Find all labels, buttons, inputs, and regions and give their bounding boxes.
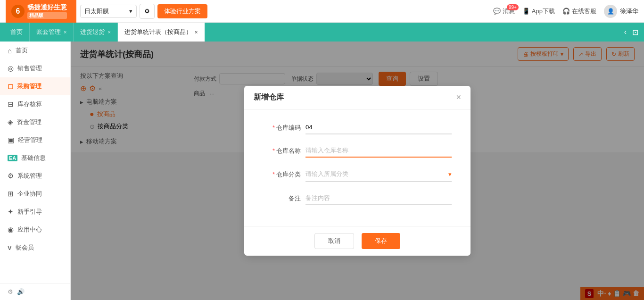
warehouse-code-label: 仓库编码 — [263, 124, 301, 132]
category-placeholder: 请输入所属分类 — [305, 170, 448, 178]
save-btn[interactable]: 保存 — [362, 233, 400, 249]
sidebar-item-enterprise[interactable]: ⊞ 企业协同 — [0, 185, 70, 203]
guide-icon: ✦ — [8, 208, 14, 216]
logo-area: 6 畅捷通好生意 精品版 — [6, 0, 76, 23]
sidebar-item-finance[interactable]: ◈ 资金管理 — [0, 113, 70, 131]
logo-text: 畅捷通好生意 精品版 — [27, 3, 67, 19]
category-dropdown-icon: ▾ — [448, 171, 452, 178]
sidebar-bottom: ⚙ 🔊 — [0, 283, 70, 300]
warehouse-code-row: 仓库编码 — [263, 121, 452, 134]
store-select[interactable]: 日太阳膜 ▾ — [80, 5, 137, 18]
chevron-down-icon: ▾ — [129, 8, 132, 15]
remark-row: 备注 — [263, 192, 452, 205]
remark-label: 备注 — [263, 194, 301, 203]
volume-icon[interactable]: 🔊 — [17, 288, 25, 295]
cancel-btn[interactable]: 取消 — [314, 233, 354, 249]
warehouse-code-input[interactable] — [305, 121, 452, 134]
sidebar-item-basic[interactable]: EA 基础信息 — [0, 149, 70, 167]
warehouse-name-input[interactable] — [305, 144, 452, 158]
tab-purchase-return[interactable]: 进货退货 × — [74, 23, 117, 42]
sidebar-item-sales[interactable]: ◎ 销售管理 — [0, 59, 70, 77]
sidebar-item-app-center[interactable]: ◉ 应用中心 — [0, 221, 70, 239]
sidebar-item-purchase[interactable]: ◻ 采购管理 — [0, 77, 70, 95]
tab-home[interactable]: 首页 — [4, 23, 30, 42]
sidebar: ⌂ 首页 ◎ 销售管理 ◻ 采购管理 ⊟ 库存核算 ◈ 资金管理 ▣ 经营管理 … — [0, 42, 71, 300]
sidebar-item-inventory[interactable]: ⊟ 库存核算 — [0, 95, 70, 113]
tab-controls: ‹ ⊡ — [622, 28, 640, 37]
sidebar-item-operations[interactable]: ▣ 经营管理 — [0, 131, 70, 149]
username: 徐泽华 — [620, 7, 638, 16]
modal-title: 新增仓库 — [254, 92, 284, 102]
sidebar-item-guide[interactable]: ✦ 新手引导 — [0, 203, 70, 221]
tab-purchase-stats[interactable]: 进货单统计表（按商品） × — [118, 23, 205, 42]
enterprise-icon: ⊞ — [8, 190, 14, 198]
tab-close-purchase-return[interactable]: × — [107, 29, 110, 35]
remark-input[interactable] — [305, 192, 452, 205]
home-icon: ⌂ — [8, 47, 12, 55]
user-area[interactable]: 👤 徐泽华 — [604, 5, 638, 18]
sidebar-item-home[interactable]: ⌂ 首页 — [0, 42, 70, 59]
warehouse-name-label: 仓库名称 — [263, 147, 301, 155]
tab-close-accounts[interactable]: × — [64, 29, 66, 35]
main-layout: ⌂ 首页 ◎ 销售管理 ◻ 采购管理 ⊟ 库存核算 ◈ 资金管理 ▣ 经营管理 … — [0, 42, 644, 300]
modal-close-btn[interactable]: × — [456, 92, 461, 102]
basic-info-icon: EA — [8, 155, 17, 161]
member-icon: V — [8, 244, 12, 251]
modal-footer: 取消 保存 — [244, 226, 471, 256]
headset-icon: 🎧 — [562, 8, 570, 15]
warehouse-name-row: 仓库名称 — [263, 144, 452, 158]
notification-badge: 99+ — [507, 4, 519, 10]
modal-body: 仓库编码 仓库名称 仓库分类 请输入所属分类 ▾ — [244, 109, 471, 226]
tab-next-icon[interactable]: ⊡ — [630, 28, 640, 37]
warehouse-category-label: 仓库分类 — [263, 170, 301, 179]
tab-bar: 首页 账套管理 × 进货退货 × 进货单统计表（按商品） × ‹ ⊡ — [0, 23, 644, 42]
tab-close-purchase-stats[interactable]: × — [195, 29, 198, 35]
search-area: 日太阳膜 ▾ ⚙ 体验行业方案 — [80, 4, 489, 19]
settings-icon[interactable]: ⚙ — [140, 4, 155, 19]
operations-icon: ▣ — [8, 136, 14, 144]
experience-btn[interactable]: 体验行业方案 — [157, 4, 207, 18]
logo-title: 畅捷通好生意 — [27, 3, 67, 11]
sidebar-item-system[interactable]: ⚙ 系统管理 — [0, 167, 70, 185]
modal-overlay: 新增仓库 × 仓库编码 仓库名称 仓库分类 — [71, 42, 644, 300]
logo-subtitle: 精品版 — [27, 12, 67, 19]
phone-icon: 📱 — [522, 8, 530, 15]
messages-btn[interactable]: 💬 消息 99+ — [493, 7, 515, 16]
message-icon: 💬 — [493, 8, 501, 15]
modal-header: 新增仓库 × — [244, 86, 471, 109]
tab-prev-icon[interactable]: ‹ — [622, 28, 628, 37]
app-download-btn[interactable]: 📱 App下载 — [522, 7, 555, 16]
avatar: 👤 — [604, 5, 617, 18]
header-right: 💬 消息 99+ 📱 App下载 🎧 在线客服 👤 徐泽华 — [493, 5, 638, 18]
tab-accounts[interactable]: 账套管理 × — [30, 23, 74, 42]
system-icon: ⚙ — [8, 172, 14, 180]
warehouse-category-row: 仓库分类 请输入所属分类 ▾ — [263, 167, 452, 182]
top-header: 6 畅捷通好生意 精品版 日太阳膜 ▾ ⚙ 体验行业方案 💬 消息 99+ 📱 … — [0, 0, 644, 23]
purchase-icon: ◻ — [8, 82, 13, 91]
app-center-icon: ◉ — [8, 225, 14, 234]
warehouse-category-select[interactable]: 请输入所属分类 ▾ — [305, 167, 452, 182]
settings-bottom-icon[interactable]: ⚙ — [8, 288, 13, 295]
add-warehouse-modal: 新增仓库 × 仓库编码 仓库名称 仓库分类 — [244, 86, 471, 256]
sales-icon: ◎ — [8, 64, 14, 73]
finance-icon: ◈ — [8, 118, 13, 126]
online-service-btn[interactable]: 🎧 在线客服 — [562, 7, 596, 16]
logo-icon: 6 — [11, 5, 25, 18]
sidebar-item-member[interactable]: V 畅会员 — [0, 239, 70, 257]
inventory-icon: ⊟ — [8, 100, 14, 108]
content-area: 进货单统计(按商品) 🖨 按模板打印 ▾ ↗ 导出 ↻ 刷新 — [71, 42, 644, 300]
